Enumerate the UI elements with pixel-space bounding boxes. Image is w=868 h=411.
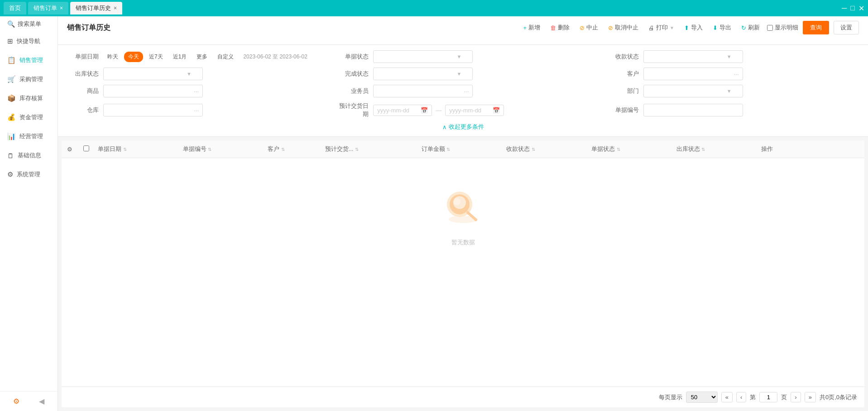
sidebar-item-finance[interactable]: 💰 资金管理	[0, 108, 58, 127]
th-pay-status[interactable]: 收款状态 ⇅	[503, 140, 588, 158]
th-amount-label: 订单金额	[422, 145, 445, 152]
new-button[interactable]: + 新增	[521, 22, 543, 34]
delete-button[interactable]: 🗑 删除	[547, 22, 572, 34]
query-button[interactable]: 查询	[803, 21, 829, 34]
minimize-btn[interactable]: ─	[842, 4, 847, 12]
prev-page-button[interactable]: ‹	[736, 392, 746, 402]
th-no-label: 单据编号	[183, 145, 206, 152]
stop-icon: ⊘	[580, 24, 585, 31]
warehouse-input[interactable]: ···	[103, 104, 203, 116]
sidebar-item-purchase-mgmt[interactable]: 🛒 采购管理	[0, 70, 58, 89]
tab-sales-order[interactable]: 销售订单 ×	[28, 2, 68, 15]
tab-sales-order-history-close[interactable]: ×	[114, 5, 117, 11]
pay-status-select[interactable]: ▼	[643, 50, 743, 63]
date-btn-1month[interactable]: 近1月	[169, 52, 191, 62]
search-menu[interactable]: 🔍 搜索菜单	[0, 16, 58, 32]
customer-placeholder	[647, 70, 653, 78]
total-info: 共0页,0条记录	[820, 393, 857, 401]
out-status-select-arrow: ▼	[187, 71, 192, 77]
last-page-button[interactable]: »	[805, 392, 816, 402]
setting-button[interactable]: 设置	[834, 21, 859, 34]
close-btn[interactable]: ✕	[858, 4, 864, 13]
status-select[interactable]: ▼	[373, 50, 473, 63]
th-amount[interactable]: 订单金额 ⇅	[418, 140, 503, 158]
first-page-button[interactable]: «	[721, 392, 733, 402]
delivery-date-filter-control: yyyy-mm-dd 📅 — yyyy-mm-dd 📅	[373, 105, 589, 116]
th-out-status[interactable]: 出库状态 ⇅	[673, 140, 758, 158]
show-detail-checkbox[interactable]: 显示明细	[767, 24, 798, 32]
th-order-status[interactable]: 单据状态 ⇅	[588, 140, 673, 158]
date-btn-custom[interactable]: 自定义	[213, 52, 238, 62]
th-delivery[interactable]: 预计交货... ⇅	[321, 140, 418, 158]
purchase-mgmt-icon: 🛒	[7, 75, 16, 83]
page-label: 页	[781, 393, 787, 401]
page-header: 销售订单历史 + 新增 🗑 删除 ⊘ 中止 ⊘ 取消中止	[58, 16, 868, 45]
th-no-sort: ⇅	[208, 147, 211, 152]
th-order-status-sort: ⇅	[617, 147, 620, 152]
th-checkbox[interactable]	[78, 140, 94, 158]
salesperson-input[interactable]: ···	[373, 85, 473, 97]
filter-row-4: 仓库 ··· 预计交货日期 yyyy-mm-dd 📅 — yyyy-mm-	[67, 102, 859, 118]
th-customer-sort: ⇅	[281, 147, 285, 152]
complete-status-select[interactable]: ▼	[373, 68, 473, 80]
sidebar-collapse-icon[interactable]: ◀	[39, 397, 44, 406]
order-no-label: 单据编号	[607, 106, 643, 114]
collapse-button[interactable]: ∧ 收起更多条件	[67, 123, 859, 131]
sidebar: 🔍 搜索菜单 ⊞ 快捷导航 📋 销售管理 🛒 采购管理 📦 库存核算 💰 资金管…	[0, 16, 58, 411]
goods-placeholder	[107, 87, 113, 95]
print-label: 打印	[656, 24, 668, 32]
date-btn-yesterday[interactable]: 昨天	[103, 52, 122, 62]
complete-status-select-arrow: ▼	[456, 71, 461, 77]
show-detail-input[interactable]	[767, 25, 773, 31]
goods-input[interactable]: ···	[103, 85, 203, 97]
out-status-select[interactable]: ▼	[103, 68, 203, 80]
date-btn-more[interactable]: 更多	[192, 52, 211, 62]
tab-sales-order-close[interactable]: ×	[60, 5, 63, 11]
import-button[interactable]: ⬆ 导入	[681, 22, 705, 34]
empty-text: 暂无数据	[451, 238, 475, 247]
complete-status-select-value	[377, 70, 383, 78]
status-select-arrow: ▼	[456, 54, 461, 59]
cancel-stop-button[interactable]: ⊘ 取消中止	[605, 22, 641, 34]
basic-info-icon: 🗒	[7, 152, 14, 160]
th-out-status-label: 出库状态	[676, 145, 700, 152]
empty-svg	[441, 185, 486, 226]
order-no-input[interactable]	[643, 104, 743, 116]
date-range-display: 2023-06-02 至 2023-06-02	[243, 53, 307, 61]
sidebar-item-basic-info[interactable]: 🗒 基础信息	[0, 146, 58, 165]
delivery-date-to[interactable]: yyyy-mm-dd 📅	[445, 105, 504, 116]
maximize-btn[interactable]: □	[850, 4, 855, 12]
th-no[interactable]: 单据编号 ⇅	[179, 140, 264, 158]
sidebar-item-sales-mgmt[interactable]: 📋 销售管理	[0, 51, 58, 70]
per-page-select[interactable]: 10 20 50 100	[686, 392, 718, 403]
tab-sales-order-history[interactable]: 销售订单历史 ×	[70, 2, 122, 15]
sidebar-item-inventory[interactable]: 📦 库存核算	[0, 89, 58, 108]
refresh-button[interactable]: ↻ 刷新	[739, 22, 762, 34]
sidebar-settings-icon[interactable]: ⚙	[13, 397, 19, 406]
th-operation: 操作	[758, 140, 864, 158]
stop-button[interactable]: ⊘ 中止	[577, 22, 601, 34]
print-button[interactable]: 🖨 打印 ▼	[646, 22, 677, 34]
next-page-button[interactable]: ›	[791, 392, 801, 402]
calendar-from-icon[interactable]: 📅	[421, 107, 428, 114]
refresh-label: 刷新	[748, 24, 760, 32]
th-settings[interactable]: ⚙	[62, 140, 78, 158]
select-all-checkbox[interactable]	[83, 145, 89, 151]
date-btn-today[interactable]: 今天	[124, 52, 143, 62]
delivery-date-from[interactable]: yyyy-mm-dd 📅	[373, 105, 432, 116]
status-filter-control: ▼	[373, 50, 589, 63]
th-date[interactable]: 单据日期 ⇅	[94, 140, 179, 158]
dept-select-value	[647, 87, 653, 95]
sidebar-item-sys-mgmt[interactable]: ⚙ 系统管理	[0, 165, 58, 184]
sidebar-item-quick-nav[interactable]: ⊞ 快捷导航	[0, 32, 58, 51]
calendar-to-icon[interactable]: 📅	[493, 107, 500, 114]
tab-home[interactable]: 首页	[4, 2, 26, 15]
svg-point-5	[453, 198, 460, 205]
export-button[interactable]: ⬇ 导出	[710, 22, 734, 34]
date-btn-7days[interactable]: 近7天	[145, 52, 167, 62]
sidebar-item-operations[interactable]: 📊 经营管理	[0, 127, 58, 146]
customer-input[interactable]: ···	[643, 68, 743, 80]
th-customer[interactable]: 客户 ⇅	[264, 140, 321, 158]
dept-select[interactable]: ▼	[643, 85, 743, 97]
page-number-input[interactable]	[759, 392, 777, 402]
